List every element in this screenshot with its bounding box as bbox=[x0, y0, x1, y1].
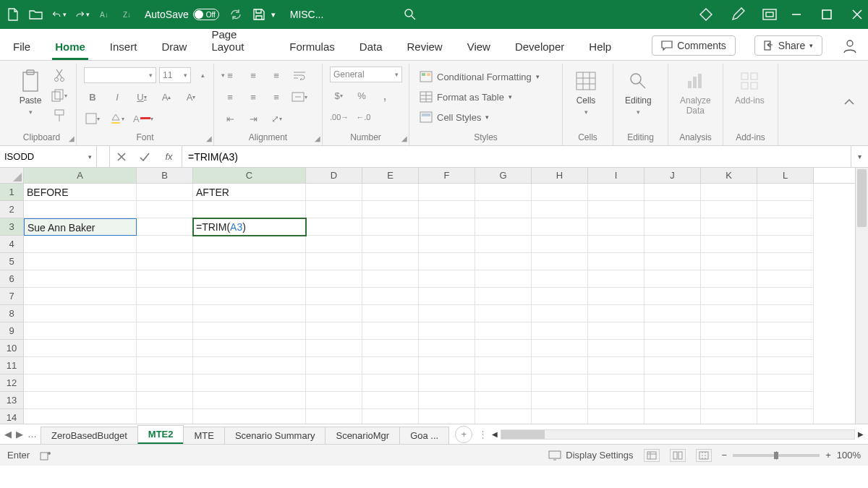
wrap-text-icon[interactable] bbox=[291, 67, 308, 84]
sheet-nav-more-icon[interactable]: … bbox=[27, 429, 37, 440]
cell-J13[interactable] bbox=[644, 392, 701, 409]
sheet-tab[interactable]: MTE2 bbox=[137, 425, 184, 444]
column-header[interactable]: D bbox=[306, 168, 362, 183]
name-box[interactable]: ▾ bbox=[0, 146, 97, 167]
cell-I12[interactable] bbox=[588, 374, 644, 392]
cell-B6[interactable] bbox=[137, 270, 193, 288]
display-settings-button[interactable]: Display Settings bbox=[548, 450, 633, 461]
cell-styles-button[interactable]: Cell Styles▾ bbox=[417, 110, 492, 124]
sheet-nav-next-icon[interactable]: ▶ bbox=[16, 429, 23, 440]
cell-J4[interactable] bbox=[644, 236, 701, 253]
cell-D1[interactable] bbox=[306, 184, 362, 201]
increase-font-icon[interactable]: A▴ bbox=[158, 88, 175, 106]
tab-page-layout[interactable]: Page Layout bbox=[208, 22, 268, 60]
cell-I3[interactable] bbox=[588, 218, 644, 236]
cell-I4[interactable] bbox=[588, 236, 644, 253]
cell-G8[interactable] bbox=[475, 305, 532, 322]
cell-I2[interactable] bbox=[588, 201, 644, 218]
cancel-formula-icon[interactable] bbox=[110, 146, 133, 167]
font-size-select[interactable]: 11▾ bbox=[159, 67, 191, 83]
cell-D14[interactable] bbox=[306, 409, 362, 424]
vertical-scrollbar[interactable] bbox=[855, 168, 868, 424]
cell-J9[interactable] bbox=[644, 322, 701, 340]
column-header[interactable]: I bbox=[588, 168, 644, 183]
tab-home[interactable]: Home bbox=[52, 35, 88, 60]
cell-I1[interactable] bbox=[588, 184, 644, 201]
cell-B7[interactable] bbox=[137, 288, 193, 305]
tab-file[interactable]: File bbox=[10, 35, 33, 60]
zoom-out-icon[interactable]: − bbox=[722, 450, 728, 461]
cell-C7[interactable] bbox=[193, 288, 306, 305]
new-sheet-button[interactable]: + bbox=[455, 426, 472, 443]
cell-F14[interactable] bbox=[419, 409, 475, 424]
cell-C1[interactable]: AFTER bbox=[193, 184, 306, 201]
cell-A2[interactable] bbox=[24, 201, 137, 218]
cell-A11[interactable] bbox=[24, 357, 137, 374]
cell-B2[interactable] bbox=[137, 201, 193, 218]
editing-button[interactable]: Editing▾ bbox=[621, 67, 656, 119]
cell-A6[interactable] bbox=[24, 270, 137, 288]
cell-F10[interactable] bbox=[419, 340, 475, 357]
tab-data[interactable]: Data bbox=[357, 35, 386, 60]
cell-A5[interactable] bbox=[24, 253, 137, 270]
cell-E10[interactable] bbox=[362, 340, 419, 357]
undo-icon[interactable]: ▾ bbox=[52, 7, 67, 22]
cell-F8[interactable] bbox=[419, 305, 475, 322]
cell-K4[interactable] bbox=[701, 236, 757, 253]
italic-button[interactable]: I bbox=[109, 88, 126, 106]
save-icon[interactable] bbox=[252, 8, 265, 21]
cell-E14[interactable] bbox=[362, 409, 419, 424]
zoom-slider[interactable] bbox=[733, 454, 820, 457]
sheet-tab[interactable]: Goa ... bbox=[399, 427, 449, 444]
cell-C5[interactable] bbox=[193, 253, 306, 270]
cell-I8[interactable] bbox=[588, 305, 644, 322]
cell-L13[interactable] bbox=[757, 392, 814, 409]
cell-J3[interactable] bbox=[644, 218, 701, 236]
cell-D8[interactable] bbox=[306, 305, 362, 322]
row-header[interactable]: 9 bbox=[0, 322, 24, 340]
increase-decimal-icon[interactable]: .00→ bbox=[330, 108, 349, 126]
cell-E13[interactable] bbox=[362, 392, 419, 409]
merge-icon[interactable]: ▾ bbox=[291, 88, 308, 106]
cell-L5[interactable] bbox=[757, 253, 814, 270]
cell-G6[interactable] bbox=[475, 270, 532, 288]
cells-button[interactable]: Cells▾ bbox=[570, 67, 602, 119]
border-icon[interactable]: ▾ bbox=[84, 110, 101, 127]
orientation-icon[interactable]: ⤢▾ bbox=[268, 110, 285, 127]
cut-icon[interactable] bbox=[51, 67, 68, 84]
cell-J7[interactable] bbox=[644, 288, 701, 305]
underline-button[interactable]: U▾ bbox=[133, 88, 150, 106]
cell-K2[interactable] bbox=[701, 201, 757, 218]
minimize-icon[interactable] bbox=[791, 9, 801, 20]
row-header[interactable]: 6 bbox=[0, 270, 24, 288]
cell-B3[interactable] bbox=[137, 218, 193, 236]
cell-I5[interactable] bbox=[588, 253, 644, 270]
row-header[interactable]: 11 bbox=[0, 357, 24, 374]
cell-I14[interactable] bbox=[588, 409, 644, 424]
cell-B9[interactable] bbox=[137, 322, 193, 340]
align-bottom-icon[interactable]: ≡ bbox=[268, 67, 285, 84]
analyze-data-button[interactable]: AnalyzeData bbox=[676, 67, 715, 119]
cell-H5[interactable] bbox=[532, 253, 588, 270]
tab-review[interactable]: Review bbox=[404, 35, 445, 60]
cell-I13[interactable] bbox=[588, 392, 644, 409]
cell-L11[interactable] bbox=[757, 357, 814, 374]
cell-A12[interactable] bbox=[24, 374, 137, 392]
copy-icon[interactable]: ▾ bbox=[51, 87, 68, 104]
autosave-toggle[interactable]: Off bbox=[193, 9, 219, 20]
cell-G9[interactable] bbox=[475, 322, 532, 340]
cell-B1[interactable] bbox=[137, 184, 193, 201]
accounting-icon[interactable]: $▾ bbox=[330, 87, 347, 104]
cell-K6[interactable] bbox=[701, 270, 757, 288]
cell-E2[interactable] bbox=[362, 201, 419, 218]
cell-F4[interactable] bbox=[419, 236, 475, 253]
cell-J11[interactable] bbox=[644, 357, 701, 374]
cell-G2[interactable] bbox=[475, 201, 532, 218]
cell-B4[interactable] bbox=[137, 236, 193, 253]
cell-E3[interactable] bbox=[362, 218, 419, 236]
cell-L14[interactable] bbox=[757, 409, 814, 424]
cell-L7[interactable] bbox=[757, 288, 814, 305]
cell-K3[interactable] bbox=[701, 218, 757, 236]
cell-A9[interactable] bbox=[24, 322, 137, 340]
cell-J8[interactable] bbox=[644, 305, 701, 322]
